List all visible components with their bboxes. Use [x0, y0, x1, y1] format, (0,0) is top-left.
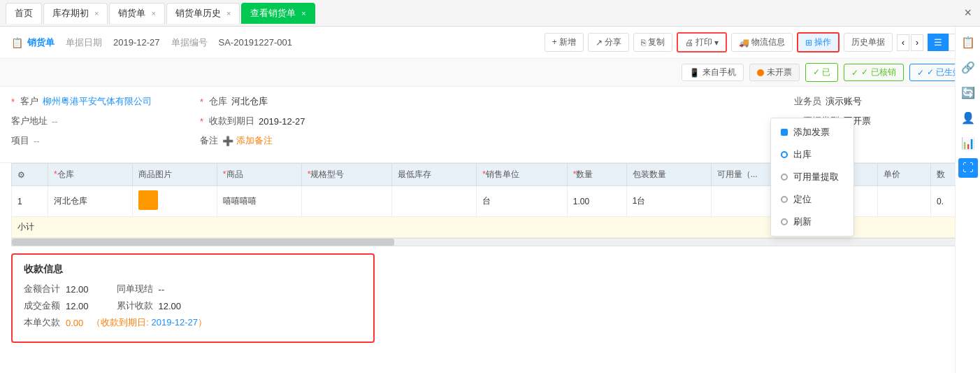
tab-view-close[interactable]: ×: [301, 9, 305, 17]
add-note-button[interactable]: ➕ 添加备注: [222, 134, 273, 147]
tab-history-label: 销货单历史: [175, 7, 221, 20]
cumulative-field: 累计收款 12.00: [117, 300, 182, 312]
staff-label: 业务员: [794, 95, 821, 108]
add-invoice-label: 添加发票: [793, 126, 830, 139]
sidebar-expand-icon[interactable]: ⛶: [958, 158, 978, 178]
sidebar-user-icon[interactable]: 👤: [958, 108, 978, 127]
deal-field: 成交金额 12.00: [24, 300, 89, 312]
invoice-label: 未开票: [767, 66, 792, 78]
refresh-icon: [781, 218, 788, 225]
verified-badge: ✓ ✓ 已核销: [844, 64, 903, 81]
status-bar: 📱 来自手机 未开票 ✓ 已 ✓ ✓ 已核销 ✓ ✓ 已生效: [0, 59, 980, 87]
col-warehouse: *仓库: [48, 164, 133, 186]
payment-section: 收款信息 金额合计 12.00 同单现结 -- 成交金额 12.00 累计收款 …: [11, 253, 375, 343]
table-scrollbar[interactable]: [11, 238, 969, 246]
share-button[interactable]: ↗ 分享: [588, 33, 629, 52]
add-invoice-icon: [781, 129, 788, 136]
logistics-button[interactable]: 🚚 物流信息: [731, 33, 793, 52]
date-label: 单据日期: [66, 36, 102, 49]
total-field: 金额合计 12.00: [24, 283, 89, 295]
share-icon: ↗: [596, 38, 603, 48]
available-label: 可用量提取: [793, 171, 839, 183]
window-close-button[interactable]: ×: [961, 3, 974, 23]
operation-button[interactable]: ⊞ 操作: [797, 32, 840, 52]
addr-value: --: [52, 116, 58, 127]
due-label: 收款到期日: [209, 115, 254, 127]
addr-label: 客户地址: [11, 115, 48, 127]
list-view-button[interactable]: ☰: [928, 34, 949, 51]
tab-view[interactable]: 查看销货单 ×: [241, 3, 315, 24]
deal-label: 成交金额: [24, 300, 60, 312]
sidebar-chart-icon[interactable]: 📊: [958, 133, 978, 153]
print-icon: 🖨: [685, 38, 693, 48]
add-note-icon: ➕: [222, 136, 233, 146]
cell-product: 嘻嘻嘻嘻: [217, 186, 301, 217]
available-icon: [781, 174, 788, 181]
tab-history-close[interactable]: ×: [226, 9, 231, 17]
effective-check: ✓: [917, 68, 924, 78]
total-label: 金额合计: [24, 283, 60, 295]
check-icon: ✓: [851, 68, 858, 78]
history-button[interactable]: 历史单据: [844, 33, 893, 52]
next-button[interactable]: ›: [911, 34, 923, 51]
tab-sales-label: 销货单: [118, 7, 145, 20]
col-settings: ⚙: [12, 164, 48, 186]
cell-spec: [301, 186, 392, 217]
addr-field: 客户地址 --: [11, 115, 186, 127]
sidebar-link-icon[interactable]: 🔗: [958, 57, 978, 77]
sidebar-refresh-icon[interactable]: 🔄: [958, 83, 978, 102]
col-min-stock: 最低库存: [392, 164, 477, 186]
phone-label: 来自手机: [702, 66, 736, 78]
note-field: 备注 ➕ 添加备注: [200, 134, 375, 147]
invoice-button[interactable]: 未开票: [749, 64, 800, 81]
nav-arrows: ‹ ›: [897, 34, 923, 51]
tab-bar: 首页 库存期初 × 销货单 × 销货单历史 × 查看销货单 × ×: [0, 0, 980, 27]
deal-value: 12.00: [66, 301, 89, 311]
outbound-label: 出库: [793, 148, 812, 161]
col-product: *商品: [217, 164, 301, 186]
copy-button[interactable]: ⎘ 复制: [633, 33, 672, 52]
project-field: 项目 --: [11, 134, 186, 147]
prev-button[interactable]: ‹: [897, 34, 909, 51]
tab-inventory-close[interactable]: ×: [94, 9, 99, 17]
tab-home-label: 首页: [15, 7, 33, 20]
customer-value[interactable]: 柳州粤港平安气体有限公司: [43, 95, 152, 108]
check-icon-btn[interactable]: ✓ 已: [805, 63, 838, 82]
menu-add-invoice[interactable]: 添加发票: [771, 121, 853, 143]
payment-row-2: 成交金额 12.00 累计收款 12.00: [24, 300, 362, 312]
customer-field: * 客户 柳州粤港平安气体有限公司: [11, 95, 186, 108]
tab-history[interactable]: 销货单历史 ×: [166, 3, 240, 24]
tab-bar-right: ×: [961, 3, 974, 23]
sidebar-doc-icon[interactable]: 📋: [958, 32, 978, 52]
customer-label: 客户: [20, 95, 38, 108]
same-order-value: --: [159, 284, 165, 295]
due-required: *: [200, 116, 203, 127]
warehouse-required: *: [200, 97, 203, 107]
operation-label: 操作: [814, 36, 831, 48]
locate-label: 定位: [793, 193, 812, 206]
copy-label: 复制: [648, 36, 665, 48]
due-value: 2019-12-27: [259, 116, 305, 127]
staff-field: 业务员 演示账号: [794, 95, 969, 108]
tab-sales-close[interactable]: ×: [151, 9, 155, 17]
cumulative-label: 累计收款: [117, 300, 153, 312]
doc-title: 📋 销货单: [11, 36, 55, 49]
settings-icon[interactable]: ⚙: [17, 170, 25, 180]
menu-outbound[interactable]: 出库: [771, 143, 853, 166]
col-qty: *数量: [567, 164, 626, 186]
menu-available[interactable]: 可用量提取: [771, 166, 853, 188]
scroll-thumb[interactable]: [12, 239, 394, 246]
col-spec: *规格型号: [301, 164, 392, 186]
tab-inventory[interactable]: 库存期初 ×: [43, 3, 108, 24]
phone-button[interactable]: 📱 来自手机: [682, 64, 744, 81]
project-value: --: [34, 136, 40, 146]
tab-home[interactable]: 首页: [6, 3, 42, 24]
tab-sales[interactable]: 销货单 ×: [109, 3, 164, 24]
no-label: 单据编号: [171, 36, 208, 49]
menu-refresh[interactable]: 刷新: [771, 211, 853, 233]
col-unit: *销售单位: [477, 164, 568, 186]
product-image: [138, 190, 158, 210]
print-button[interactable]: 🖨 打印 ▾: [677, 32, 727, 52]
new-button[interactable]: + 新增: [545, 33, 584, 52]
menu-locate[interactable]: 定位: [771, 188, 853, 211]
